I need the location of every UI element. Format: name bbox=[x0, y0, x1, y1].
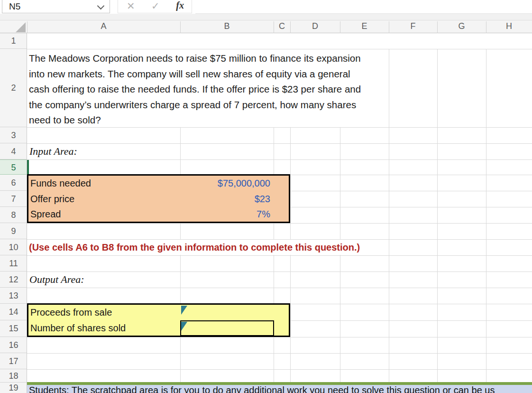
formula-bar-input[interactable] bbox=[195, 0, 532, 14]
row-header-16[interactable]: 16 bbox=[0, 337, 27, 353]
chevron-down-icon[interactable] bbox=[97, 2, 105, 10]
input-area-box: Funds needed $75,000,000 Offer price $23… bbox=[27, 174, 290, 223]
row-header-12[interactable]: 12 bbox=[0, 271, 27, 288]
row-header-13[interactable]: 13 bbox=[0, 288, 27, 304]
row-header-15[interactable]: 15 bbox=[0, 320, 27, 337]
gridline-horizontal bbox=[27, 255, 532, 256]
row-header-10[interactable]: 10 bbox=[0, 239, 27, 255]
column-header-1[interactable]: B bbox=[180, 20, 274, 33]
cell-A6-label[interactable]: Funds needed bbox=[30, 176, 91, 191]
row-header-6[interactable]: 6 bbox=[0, 175, 27, 191]
gridline-horizontal bbox=[27, 271, 532, 272]
cell-B6-value[interactable]: $75,000,000 bbox=[218, 176, 270, 191]
column-header-5[interactable]: F bbox=[389, 20, 437, 33]
select-all-button[interactable] bbox=[0, 20, 27, 33]
gridline-horizontal bbox=[27, 288, 532, 288]
column-header-4[interactable]: E bbox=[340, 20, 389, 33]
gridline-horizontal bbox=[27, 369, 532, 370]
chrome-divider bbox=[0, 14, 532, 20]
column-header-7[interactable]: H bbox=[486, 20, 532, 33]
cell-A4-input-area-label[interactable]: Input Area: bbox=[29, 143, 77, 159]
row-header-2[interactable]: 2 bbox=[0, 49, 27, 127]
gridline-horizontal bbox=[27, 143, 532, 144]
row-header-7[interactable]: 7 bbox=[0, 191, 27, 207]
gridline-vertical bbox=[389, 49, 389, 382]
cell-A10-instruction[interactable]: (Use cells A6 to B8 from the given infor… bbox=[28, 240, 363, 255]
column-header-0[interactable]: A bbox=[27, 20, 180, 33]
column-header-separator bbox=[389, 21, 389, 33]
enter-icon[interactable]: ✓ bbox=[151, 0, 160, 12]
column-header-separator bbox=[274, 21, 274, 33]
table-row: Offer price $23 bbox=[28, 191, 289, 207]
gridline-horizontal bbox=[27, 223, 532, 224]
cell-A2-question-text[interactable]: The Meadows Corporation needs to raise $… bbox=[29, 51, 361, 128]
row-header-11[interactable]: 11 bbox=[0, 255, 27, 271]
cell-B15-answer-box[interactable] bbox=[180, 320, 274, 336]
table-row: Proceeds from sale bbox=[28, 305, 289, 320]
gridline-horizontal bbox=[27, 159, 532, 160]
cell-B8-value[interactable]: 7% bbox=[257, 207, 270, 222]
row-header-3[interactable]: 3 bbox=[0, 127, 27, 143]
row-header-1[interactable]: 1 bbox=[0, 33, 27, 49]
cell-A7-label[interactable]: Offer price bbox=[30, 191, 74, 207]
column-header-separator bbox=[180, 21, 181, 33]
name-box-value: N5 bbox=[9, 1, 20, 12]
cell-A19-scratchpad-note[interactable]: Students: The scratchpad area is for you… bbox=[27, 385, 532, 393]
gridline-horizontal bbox=[27, 353, 532, 354]
column-header-separator bbox=[437, 21, 438, 33]
column-header-3[interactable]: D bbox=[290, 20, 340, 33]
row-header-9[interactable]: 9 bbox=[0, 223, 27, 239]
column-header-separator bbox=[290, 21, 291, 33]
column-header-separator bbox=[27, 21, 28, 33]
gridline-vertical bbox=[437, 49, 438, 382]
row-header-14[interactable]: 14 bbox=[0, 304, 27, 320]
row-header-17[interactable]: 17 bbox=[0, 353, 27, 369]
name-box[interactable]: N5 bbox=[2, 0, 110, 13]
table-row: Spread 7% bbox=[28, 207, 289, 222]
gridline-horizontal bbox=[27, 337, 532, 337]
cell-A12-output-area-label[interactable]: Output Area: bbox=[29, 271, 84, 288]
scratchpad-note-text: Students: The scratchpad area is for you… bbox=[29, 385, 532, 393]
cell-B7-value[interactable]: $23 bbox=[255, 191, 270, 207]
select-all-triangle-icon bbox=[16, 22, 26, 32]
output-area-box: Proceeds from sale Number of shares sold bbox=[27, 303, 290, 337]
table-row: Funds needed $75,000,000 bbox=[28, 176, 289, 191]
gridline-vertical bbox=[486, 49, 486, 382]
row-header-8[interactable]: 8 bbox=[0, 207, 27, 223]
spreadsheet-app: N5 ✕ ✓ fx ABCDEFGH 123456789101112131415… bbox=[0, 0, 532, 393]
cell-A8-label[interactable]: Spread bbox=[30, 207, 61, 222]
active-row-accent bbox=[27, 159, 29, 175]
row-header-18[interactable]: 18 bbox=[0, 369, 27, 383]
column-header-separator bbox=[340, 21, 340, 33]
column-header-6[interactable]: G bbox=[437, 20, 486, 33]
cancel-icon[interactable]: ✕ bbox=[127, 0, 135, 12]
column-header-2[interactable]: C bbox=[274, 20, 290, 33]
cell-A14-label[interactable]: Proceeds from sale bbox=[30, 305, 112, 320]
row-header-4[interactable]: 4 bbox=[0, 143, 27, 159]
row-header-5[interactable]: 5 bbox=[0, 159, 27, 175]
formula-button-group: ✕ ✓ fx bbox=[118, 0, 192, 13]
insert-function-icon[interactable]: fx bbox=[176, 0, 184, 11]
column-header-separator bbox=[486, 21, 486, 33]
row-header-19[interactable]: 19 bbox=[0, 383, 27, 393]
cell-A15-label[interactable]: Number of shares sold bbox=[30, 320, 126, 336]
